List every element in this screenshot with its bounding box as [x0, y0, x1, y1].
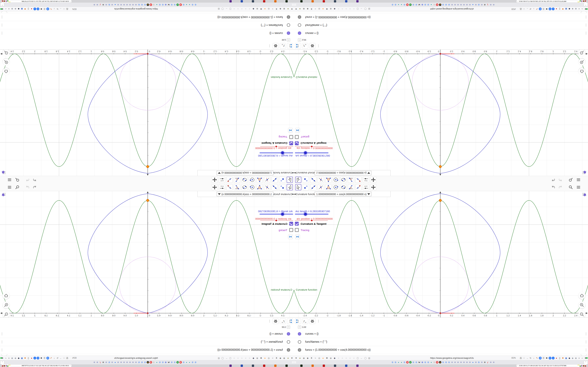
shield-icon[interactable]: ◆ — [306, 357, 309, 359]
visibility-toggle[interactable] — [287, 332, 290, 335]
tab-favicon-snow[interactable]: ✻ — [463, 3, 465, 6]
firefox-icon[interactable]: ● — [264, 357, 266, 359]
tab-favicon-G[interactable]: G — [448, 361, 450, 364]
tab-favicon-wiki[interactable]: W — [167, 361, 170, 364]
row-options-kebab[interactable]: ⋮ — [585, 349, 588, 351]
back-arrow-icon[interactable]: ← — [360, 357, 363, 359]
dark-shield-icon[interactable]: ◆ — [17, 357, 20, 359]
globe3-icon[interactable]: ◉ — [329, 8, 332, 10]
gray-shield-icon[interactable]: ◆ — [14, 8, 17, 10]
tab-favicon-G[interactable]: G — [194, 3, 197, 6]
dot-icon[interactable]: ○ — [233, 8, 235, 10]
algebra-row[interactable]: funcNames = {" "} ⋮ — [0, 338, 294, 346]
peak-point[interactable] — [439, 199, 441, 202]
algebra-row[interactable]: funcs = {1.000000000000 + cos(4.00000000… — [294, 346, 588, 354]
tab-favicon-teal[interactable]: ● — [400, 3, 403, 6]
dot-icon[interactable]: ○ — [233, 357, 235, 359]
dot-icon[interactable]: ○ — [244, 357, 247, 359]
translate-icon[interactable]: A — [519, 8, 522, 10]
arc-length-slider[interactable] — [259, 214, 293, 215]
tab-favicon-G[interactable]: G — [194, 361, 197, 364]
taskbar-app-firefox[interactable] — [274, 0, 277, 2]
tab-favicon-G[interactable]: G — [182, 361, 185, 364]
globe3-icon[interactable]: ◉ — [256, 357, 259, 359]
square-icon[interactable]: ▢ — [356, 8, 359, 10]
fx-button[interactable]: fx — [280, 318, 286, 324]
visibility-toggle[interactable] — [287, 340, 290, 344]
tab-favicon-teal[interactable]: ● — [397, 361, 400, 364]
wrench-icon[interactable]: ⌐ — [4, 357, 7, 359]
tab-favicon-G[interactable]: G — [191, 361, 194, 364]
download-icon[interactable]: ↓ — [532, 357, 535, 359]
algebra-row[interactable]: funcs = {1.000000000000 + cos(4.00000000… — [294, 13, 588, 21]
tab-favicon-snow[interactable]: ✻ — [135, 361, 137, 364]
menu-button[interactable] — [7, 177, 12, 182]
blue-box-icon[interactable]: ▣ — [565, 357, 568, 359]
tab-favicon-wiki[interactable]: W — [167, 3, 170, 6]
tool-select-cursor[interactable] — [295, 177, 301, 183]
tab-favicon-bluedot[interactable]: ● — [114, 3, 116, 6]
tab-favicon-flower[interactable]: ✿ — [164, 361, 167, 364]
taskbar-app-settings-red[interactable] — [263, 0, 265, 2]
tracing-checkbox[interactable] — [289, 135, 293, 139]
tab-favicon-info[interactable]: i — [153, 3, 155, 6]
tracing-checkbox[interactable] — [295, 228, 299, 232]
reload-icon[interactable]: ↻ — [529, 8, 532, 10]
tab-favicon-snow[interactable]: ✻ — [475, 361, 477, 364]
dark-shield-icon[interactable]: ◆ — [17, 8, 20, 10]
gear-icon[interactable]: ✱ — [260, 8, 262, 10]
visibility-toggle[interactable] — [298, 32, 301, 35]
tab-favicon-snow[interactable]: ✻ — [454, 361, 456, 364]
tab-favicon-G[interactable]: G — [173, 3, 176, 6]
trash-icon[interactable]: ▯ — [27, 357, 30, 359]
tab-favicon-G[interactable]: G — [162, 3, 164, 6]
tab-favicon-fred[interactable]: f — [486, 361, 489, 364]
down-circle-icon[interactable]: ↓ — [34, 8, 36, 10]
dot-icon[interactable]: ○ — [349, 8, 351, 10]
settings-button[interactable] — [309, 318, 315, 324]
list-group-header[interactable]: − List — [0, 324, 294, 330]
tab-favicon-G[interactable]: G — [171, 361, 173, 364]
tab-favicon-yandex[interactable]: Я — [406, 361, 409, 364]
arc-position-point[interactable] — [440, 312, 441, 314]
tab-favicon-yandex[interactable]: Я — [179, 3, 182, 6]
tab-favicon-snow[interactable]: ✻ — [105, 3, 107, 6]
row-options-kebab[interactable]: ⋮ — [0, 24, 3, 26]
row-options-kebab[interactable]: ⋮ — [585, 341, 588, 343]
tab-favicon-flower[interactable]: ✿ — [164, 3, 167, 6]
dark-flower-icon[interactable]: ✱ — [545, 357, 548, 359]
graph-view[interactable]: -2.4-2.2-2-1.8-1.6-1.4-1.2-1-0.8-0.6-0.4… — [294, 191, 588, 317]
tool-move-view[interactable] — [370, 177, 376, 183]
trash-icon[interactable]: ▯ — [558, 8, 561, 10]
tab-favicon-mountain[interactable]: ▲ — [439, 361, 441, 364]
wrench-icon[interactable]: ⌐ — [581, 357, 584, 359]
fx-button[interactable]: fx — [280, 43, 286, 49]
algebra-toggle-icon[interactable] — [582, 170, 587, 175]
ring-icon[interactable]: ◯ — [221, 8, 224, 10]
row-options-kebab[interactable]: ⋮ — [0, 341, 3, 343]
forward-icon[interactable]: → — [526, 357, 529, 359]
menu-button[interactable] — [7, 185, 12, 190]
tab-favicon-mountain[interactable]: ▲ — [147, 3, 149, 6]
tab-favicon-gearfav[interactable]: ✱ — [102, 3, 104, 6]
tab-favicon-G[interactable]: G — [442, 3, 444, 6]
tool-ellipse[interactable] — [242, 184, 248, 190]
settings-button[interactable] — [273, 43, 279, 49]
overflow-caret-icon[interactable]: ⌃ — [584, 361, 588, 364]
zoom-in-button[interactable] — [578, 301, 585, 309]
arc-position-slider-knob[interactable] — [311, 146, 312, 147]
algebra-menu-kebab[interactable]: ⋮ — [317, 44, 320, 47]
row-options-kebab[interactable]: ⋮ — [585, 32, 588, 35]
tab-favicon-G[interactable]: G — [448, 3, 450, 6]
tab-favicon-fred[interactable]: f — [99, 3, 102, 6]
tool-point-label[interactable]: A — [303, 177, 309, 183]
tab-favicon-snow[interactable]: ✻ — [457, 361, 459, 364]
peak-point[interactable] — [439, 165, 441, 168]
dot-icon[interactable]: ○ — [349, 357, 351, 359]
tab-favicon-G[interactable]: G — [191, 3, 194, 6]
taskbar-app-monitor[interactable] — [334, 365, 336, 367]
home-button[interactable] — [578, 292, 585, 299]
peak-point[interactable] — [147, 199, 149, 202]
algebra-row[interactable]: curves = {} ⋮ — [0, 29, 294, 37]
gray-shield-icon[interactable]: ◆ — [571, 357, 574, 359]
